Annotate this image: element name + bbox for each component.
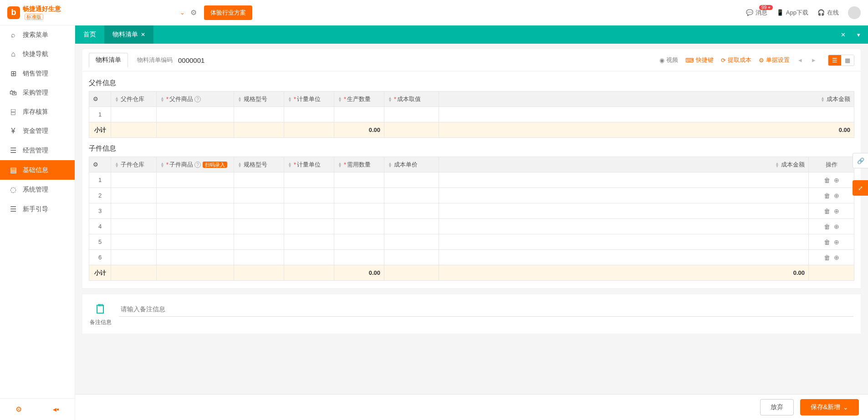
save-new-button[interactable]: 保存&新增⌄ bbox=[800, 399, 859, 415]
col-parent-spec[interactable]: ▲▼规格型号 bbox=[234, 91, 284, 107]
sidebar-item-1[interactable]: ⌂快捷导航 bbox=[0, 45, 75, 64]
tab-home[interactable]: 首页 bbox=[75, 25, 104, 44]
col-child-unit-cost[interactable]: ▲▼成本单价 bbox=[384, 157, 439, 172]
discard-button[interactable]: 放弃 bbox=[760, 399, 794, 415]
add-row-icon[interactable]: ⊕ bbox=[834, 238, 839, 246]
sidebar-item-9[interactable]: ☰新手引导 bbox=[0, 199, 75, 219]
sidebar-item-2[interactable]: ⊞销售管理 bbox=[0, 64, 75, 83]
sidebar-icon: 🛍 bbox=[9, 89, 17, 97]
col-child-spec[interactable]: ▲▼规格型号 bbox=[234, 157, 284, 172]
add-row-icon[interactable]: ⊕ bbox=[834, 177, 839, 184]
sidebar-item-label: 新手引导 bbox=[23, 205, 48, 213]
remark-section: 🗒 备注信息 bbox=[82, 294, 861, 334]
add-row-icon[interactable]: ⊕ bbox=[834, 254, 839, 261]
sidebar-item-label: 经营管理 bbox=[23, 147, 48, 155]
video-link[interactable]: ◉ 视频 bbox=[659, 56, 678, 64]
col-parent-cost-amount[interactable]: ▲▼成本金额 bbox=[439, 91, 854, 107]
cta-button[interactable]: 体验行业方案 bbox=[204, 5, 252, 20]
attachment-pin-icon[interactable]: 🔗 bbox=[853, 153, 868, 168]
sidebar-item-label: 基础信息 bbox=[23, 166, 48, 174]
col-parent-cost-method[interactable]: ▲▼*成本取值 bbox=[384, 91, 439, 107]
col-parent-product[interactable]: ▲▼*父件商品? bbox=[157, 91, 234, 107]
parent-section-title: 父件信息 bbox=[89, 79, 854, 87]
help-icon[interactable]: ? bbox=[194, 162, 201, 168]
table-row[interactable]: 3🗑⊕ bbox=[89, 203, 854, 219]
expand-pin-icon[interactable]: ⤢ bbox=[853, 180, 868, 196]
col-child-op: 操作 bbox=[809, 157, 854, 172]
sidebar: ⌕搜索菜单⌂快捷导航⊞销售管理🛍采购管理⌸库存核算¥资金管理☰经营管理▤基础信息… bbox=[0, 25, 75, 420]
sidebar-item-5[interactable]: ¥资金管理 bbox=[0, 121, 75, 141]
gear-icon[interactable]: ⚙ bbox=[89, 157, 111, 172]
view-list-icon[interactable]: ☰ bbox=[828, 55, 841, 66]
col-parent-uom[interactable]: ▲▼*计量单位 bbox=[284, 91, 334, 107]
app-download-button[interactable]: 📱 App下载 bbox=[776, 9, 808, 17]
sidebar-item-label: 系统管理 bbox=[23, 186, 48, 194]
extract-cost-link[interactable]: ⟳ 提取成本 bbox=[721, 56, 751, 64]
sidebar-item-8[interactable]: ◌系统管理 bbox=[0, 180, 75, 199]
gear-icon[interactable]: ⚙ bbox=[190, 8, 197, 17]
sidebar-collapse-icon[interactable]: ◂▪ bbox=[53, 405, 59, 414]
delete-row-icon[interactable]: 🗑 bbox=[824, 207, 830, 215]
gear-icon[interactable]: ⚙ bbox=[89, 91, 111, 107]
sidebar-icon: ▤ bbox=[9, 166, 17, 174]
table-row[interactable]: 5🗑⊕ bbox=[89, 234, 854, 250]
col-child-need-qty[interactable]: ▲▼*需用数量 bbox=[334, 157, 384, 172]
col-child-cost-amount[interactable]: ▲▼成本金额 bbox=[439, 157, 809, 172]
doc-settings-link[interactable]: ⚙ 单据设置 bbox=[759, 56, 790, 64]
sidebar-settings-icon[interactable]: ⚙ bbox=[15, 405, 22, 414]
tabs-close-all-icon[interactable]: ✕ bbox=[837, 29, 849, 40]
sidebar-icon: ⌸ bbox=[9, 108, 17, 116]
sidebar-icon: ☰ bbox=[9, 146, 17, 155]
add-row-icon[interactable]: ⊕ bbox=[834, 223, 839, 230]
page-tab-bom[interactable]: 物料清单 bbox=[89, 53, 128, 68]
tab-bom[interactable]: 物料清单 ✕ bbox=[104, 25, 153, 44]
help-icon[interactable]: ? bbox=[194, 96, 201, 102]
delete-row-icon[interactable]: 🗑 bbox=[824, 254, 830, 261]
add-row-icon[interactable]: ⊕ bbox=[834, 207, 839, 215]
col-parent-qty[interactable]: ▲▼*生产数量 bbox=[334, 91, 384, 107]
sidebar-item-label: 搜索菜单 bbox=[23, 31, 48, 39]
delete-row-icon[interactable]: 🗑 bbox=[824, 192, 830, 199]
sidebar-item-label: 快捷导航 bbox=[23, 50, 48, 58]
parent-subtotal-row: 小计 0.00 0.00 bbox=[89, 122, 854, 138]
sidebar-icon: ⌂ bbox=[9, 50, 17, 58]
sidebar-item-0[interactable]: ⌕搜索菜单 bbox=[0, 25, 75, 45]
col-child-warehouse[interactable]: ▲▼子件仓库 bbox=[111, 157, 157, 172]
child-subtotal-row: 小计 0.00 0.00 bbox=[89, 265, 854, 281]
child-section-title: 子件信息 bbox=[89, 144, 854, 153]
table-row[interactable]: 1 bbox=[89, 107, 854, 122]
table-row[interactable]: 6🗑⊕ bbox=[89, 250, 854, 265]
shortcut-link[interactable]: ⌨ 快捷键 bbox=[685, 56, 714, 64]
logo[interactable]: b 畅捷通好生意 标准版 bbox=[7, 5, 76, 20]
next-doc-icon[interactable]: ▸ bbox=[811, 56, 817, 64]
sidebar-item-label: 采购管理 bbox=[23, 89, 48, 97]
sidebar-item-6[interactable]: ☰经营管理 bbox=[0, 141, 75, 160]
add-row-icon[interactable]: ⊕ bbox=[834, 192, 839, 199]
sidebar-item-4[interactable]: ⌸库存核算 bbox=[0, 102, 75, 121]
avatar[interactable] bbox=[848, 6, 861, 19]
brand-name: 畅捷通好生意 bbox=[23, 5, 61, 13]
delete-row-icon[interactable]: 🗑 bbox=[824, 238, 830, 246]
messages-button[interactable]: 💬 消息 99 + bbox=[746, 9, 767, 17]
prev-doc-icon[interactable]: ◂ bbox=[797, 56, 803, 64]
delete-row-icon[interactable]: 🗑 bbox=[824, 177, 830, 184]
remark-input[interactable] bbox=[119, 302, 853, 317]
org-selector[interactable]: ⌄ bbox=[94, 9, 185, 16]
sidebar-icon: ¥ bbox=[9, 127, 17, 135]
table-row[interactable]: 4🗑⊕ bbox=[89, 219, 854, 234]
doc-code-value: 0000001 bbox=[178, 56, 204, 64]
table-row[interactable]: 1🗑⊕ bbox=[89, 172, 854, 188]
view-card-icon[interactable]: ▦ bbox=[841, 55, 854, 66]
online-support-button[interactable]: 🎧 在线 bbox=[817, 9, 839, 17]
col-child-uom[interactable]: ▲▼*计量单位 bbox=[284, 157, 334, 172]
sidebar-item-3[interactable]: 🛍采购管理 bbox=[0, 83, 75, 102]
org-name bbox=[94, 9, 96, 16]
sidebar-item-7[interactable]: ▤基础信息 bbox=[0, 160, 75, 180]
table-row[interactable]: 2🗑⊕ bbox=[89, 188, 854, 203]
close-icon[interactable]: ✕ bbox=[141, 31, 145, 38]
delete-row-icon[interactable]: 🗑 bbox=[824, 223, 830, 230]
scan-input-tag[interactable]: 扫码录入 bbox=[203, 162, 227, 168]
col-child-product[interactable]: ▲▼*子件商品?扫码录入 bbox=[157, 157, 234, 172]
col-parent-warehouse[interactable]: ▲▼父件仓库 bbox=[111, 91, 157, 107]
tabs-more-icon[interactable]: ▾ bbox=[853, 29, 864, 40]
